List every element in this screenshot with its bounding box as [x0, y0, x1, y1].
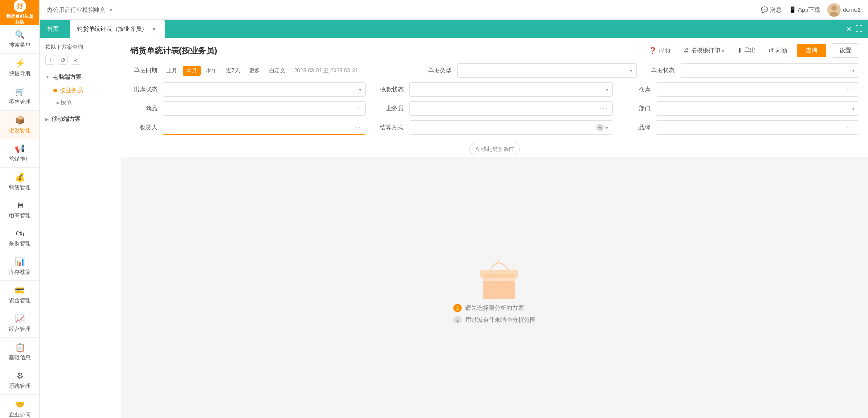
- avatar: [827, 3, 841, 17]
- scheme-sub-by-order[interactable]: ≡ 按单: [40, 97, 121, 109]
- date-tab-custom[interactable]: 自定义: [265, 66, 289, 76]
- scheme-group-desktop: ▼ 电脑端方案 按业务员 ≡ 按单: [40, 68, 121, 110]
- sidebar-item-system[interactable]: ⚙ 系统管理: [0, 366, 39, 395]
- left-panel-tools: + ↺ «: [40, 55, 121, 68]
- sidebar-item-quick-nav[interactable]: ⚡ 快捷导航: [0, 54, 39, 82]
- settings-button[interactable]: 设置: [832, 43, 859, 58]
- sidebar-item-purchase[interactable]: 🛍 采购管理: [0, 224, 39, 252]
- marketing-icon: 📢: [15, 144, 25, 154]
- purchase-icon: 🛍: [16, 229, 24, 238]
- consignee-input[interactable]: ···: [163, 120, 365, 135]
- order-type-label: 单据类型: [425, 66, 452, 75]
- warehouse-dots: ···: [846, 86, 855, 94]
- tab-close-all-icon[interactable]: ✕: [846, 25, 852, 33]
- messages-button[interactable]: 💬 消息: [761, 6, 782, 14]
- sidebar-label-marketing: 营销推广: [9, 155, 31, 163]
- sidebar-label-operation: 经营管理: [9, 325, 31, 333]
- inventory-icon: 📊: [15, 257, 25, 267]
- search-menu-icon: 🔍: [15, 30, 25, 40]
- empty-illustration: ↑ ✦: [472, 252, 517, 297]
- sidebar-label-inventory: 库存核算: [9, 268, 31, 276]
- payment-status-label: 收款状态: [377, 86, 404, 94]
- step2-text: 用过滤条件来缩小分析范围: [465, 316, 536, 324]
- sidebar-item-basic[interactable]: 📋 基础信息: [0, 338, 39, 366]
- sidebar-item-operation[interactable]: 📈 经营管理: [0, 309, 39, 338]
- help-button[interactable]: ❓ 帮助: [645, 45, 674, 57]
- app-name: 畅捷通好生意: [6, 13, 33, 19]
- left-panel: 按以下方案查询 + ↺ « ▼ 电脑端方案: [40, 38, 121, 418]
- order-type-select[interactable]: ▾: [457, 63, 636, 78]
- retail-icon: 🛒: [15, 87, 25, 97]
- payment-status-arrow: ▾: [606, 87, 609, 93]
- consignee-dots: ···: [353, 123, 362, 131]
- page-header: 销货单统计表(按业务员) ❓ 帮助 🖨 按模板打印 ▾ ⬇: [121, 38, 868, 157]
- print-button[interactable]: 🖨 按模板打印 ▾: [679, 45, 728, 57]
- svg-text:✦: ✦: [512, 262, 516, 269]
- tab-home[interactable]: 首页: [40, 20, 66, 38]
- operation-icon: 📈: [15, 314, 25, 324]
- app-sub: 标版: [15, 19, 24, 25]
- empty-state: ↑ ✦ 1 请先选择要分析的方案 2 用过滤条件来缩小分析范围: [121, 157, 868, 418]
- account-name: 办公用品行业模拟账套: [47, 6, 106, 14]
- brand-select[interactable]: ···: [656, 120, 859, 135]
- sidebar-label-system: 系统管理: [9, 382, 31, 390]
- scheme-item-by-salesperson[interactable]: 按业务员: [40, 84, 121, 97]
- payment-status-select[interactable]: ▾: [409, 82, 612, 97]
- settlement-select[interactable]: ✕ ▾: [409, 120, 612, 135]
- sidebar-item-finance[interactable]: 💳 资金管理: [0, 281, 39, 309]
- department-label: 部门: [623, 104, 651, 113]
- export-label: 导出: [744, 47, 756, 55]
- sidebar-item-inventory[interactable]: 📊 库存核算: [0, 252, 39, 281]
- sidebar-item-marketing[interactable]: 📢 营销推广: [0, 139, 39, 168]
- collapse-up-icon: ⋀: [475, 146, 480, 152]
- refresh-scheme-button[interactable]: ↺: [58, 55, 68, 65]
- sub-icon: ≡: [56, 100, 59, 106]
- date-tab-7days[interactable]: 近7天: [222, 66, 244, 76]
- department-select[interactable]: ▾: [656, 101, 859, 116]
- sidebar-item-retail[interactable]: 🛒 零售管理: [0, 82, 39, 111]
- out-status-select[interactable]: ▾: [163, 82, 366, 97]
- date-tab-last-month[interactable]: 上月: [163, 66, 181, 76]
- export-icon: ⬇: [737, 47, 742, 54]
- date-tab-this-year[interactable]: 本年: [203, 66, 221, 76]
- collapse-filters-button[interactable]: ⋀ 收起更多条件: [469, 143, 520, 155]
- query-button[interactable]: 查询: [797, 44, 826, 57]
- sidebar-item-search[interactable]: 🔍 搜索菜单: [0, 25, 39, 54]
- salesperson-label: 业务员: [377, 104, 404, 113]
- group-mobile-label: 移动端方案: [52, 115, 81, 123]
- sidebar-item-sales[interactable]: 💰 销售管理: [0, 168, 39, 196]
- user-name: demo2: [843, 6, 861, 13]
- refresh-button[interactable]: ↺ 刷新: [765, 45, 791, 57]
- user-profile[interactable]: demo2: [827, 3, 861, 17]
- sidebar-item-collab[interactable]: 🤝 企业协同: [0, 395, 39, 418]
- sidebar-item-wholesale[interactable]: 📦 批发管理: [0, 111, 39, 139]
- group-collapse-icon: ▶: [45, 117, 49, 122]
- sidebar-item-ecommerce[interactable]: 🖥 电商管理: [0, 196, 39, 224]
- tab-report[interactable]: 销货单统计表（按业务员） ✕: [70, 20, 165, 38]
- warehouse-select[interactable]: ···: [656, 82, 859, 97]
- messages-label: 消息: [770, 6, 782, 14]
- collapse-panel-button[interactable]: «: [71, 55, 80, 65]
- empty-step-1: 1 请先选择要分析的方案: [453, 304, 536, 312]
- topbar-right: 💬 消息 📱 App下载 demo2: [761, 3, 861, 17]
- right-panel: 销货单统计表(按业务员) ❓ 帮助 🖨 按模板打印 ▾ ⬇: [121, 38, 868, 418]
- date-tab-more[interactable]: 更多: [245, 66, 264, 76]
- account-dropdown-icon[interactable]: ▾: [109, 6, 113, 13]
- add-scheme-button[interactable]: +: [45, 55, 55, 65]
- salesperson-select[interactable]: ···: [409, 101, 612, 116]
- tab-close-icon[interactable]: ✕: [150, 25, 157, 33]
- topbar-left: 办公用品行业模拟账套 ▾: [47, 6, 113, 14]
- app-download-button[interactable]: 📱 App下载: [789, 6, 820, 14]
- date-tab-this-month[interactable]: 本月: [183, 66, 201, 76]
- order-status-select[interactable]: ▾: [680, 63, 859, 78]
- scheme-group-desktop-header[interactable]: ▼ 电脑端方案: [40, 70, 121, 84]
- tab-maximize-icon[interactable]: ⛶: [855, 25, 863, 33]
- download-icon: 📱: [789, 6, 796, 13]
- scheme-group-mobile-header[interactable]: ▶ 移动端方案: [40, 112, 121, 126]
- out-status-arrow: ▾: [359, 87, 362, 93]
- brand-dots: ···: [846, 124, 855, 132]
- refresh-page-icon: ↺: [769, 47, 774, 54]
- settlement-clear-icon[interactable]: ✕: [596, 124, 604, 131]
- goods-select[interactable]: ···: [163, 101, 366, 116]
- export-button[interactable]: ⬇ 导出: [733, 45, 760, 57]
